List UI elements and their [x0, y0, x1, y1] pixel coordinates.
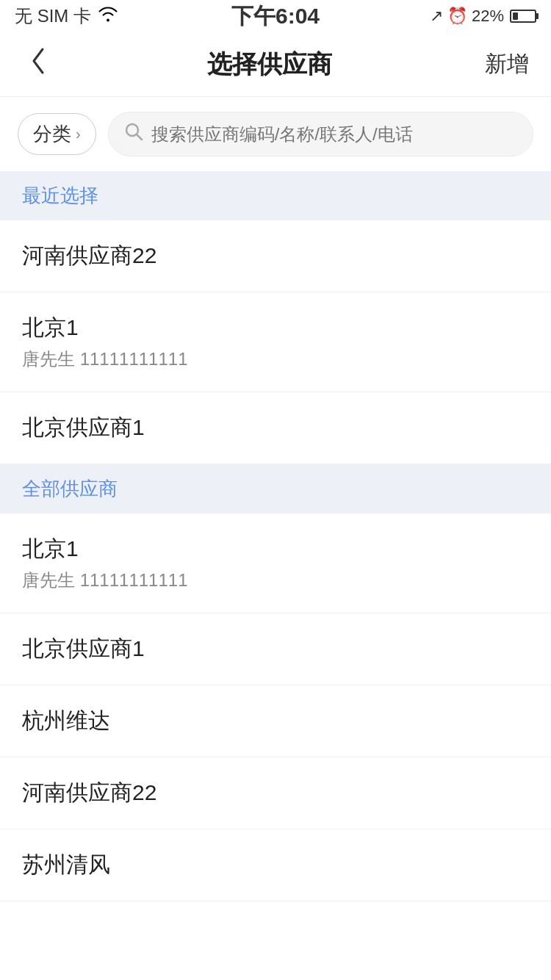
list-item[interactable]: 杭州维达 — [0, 685, 551, 757]
list-item[interactable]: 河南供应商22 — [0, 757, 551, 829]
alarm-icon: ⏰ — [447, 7, 467, 26]
status-time: 下午6:04 — [231, 1, 320, 32]
battery-label: 22% — [472, 7, 504, 26]
svg-point-0 — [126, 124, 138, 136]
filter-bar: 分类 › — [0, 97, 551, 171]
list-item[interactable]: 河南供应商22 — [0, 220, 551, 292]
wifi-icon — [97, 6, 119, 26]
add-button[interactable]: 新增 — [485, 49, 529, 79]
item-name: 河南供应商22 — [22, 778, 529, 808]
search-bar — [108, 112, 533, 156]
back-button[interactable] — [22, 39, 54, 90]
item-name: 杭州维达 — [22, 706, 529, 736]
item-name: 河南供应商22 — [22, 241, 529, 271]
item-sub: 唐先生 11111111111 — [22, 569, 529, 592]
item-name: 北京供应商1 — [22, 413, 529, 443]
search-icon — [123, 121, 144, 147]
list-item[interactable]: 北京1唐先生 11111111111 — [0, 514, 551, 613]
recent-section-header: 最近选择 — [0, 171, 551, 220]
recent-list: 河南供应商22北京1唐先生 11111111111北京供应商1 — [0, 220, 551, 464]
no-sim-label: 无 SIM 卡 — [15, 4, 91, 28]
chevron-right-icon: › — [76, 126, 81, 143]
list-item[interactable]: 苏州清风 — [0, 829, 551, 901]
status-right: ↗ ⏰ 22% — [430, 7, 536, 26]
category-button[interactable]: 分类 › — [18, 113, 96, 155]
all-section-header: 全部供应商 — [0, 464, 551, 514]
nav-bar: 选择供应商 新增 — [0, 32, 551, 97]
search-input[interactable] — [151, 124, 518, 145]
item-name: 北京1 — [22, 534, 529, 564]
svg-line-1 — [137, 135, 142, 140]
location-icon: ↗ — [430, 7, 443, 26]
item-name: 北京供应商1 — [22, 634, 529, 664]
list-item[interactable]: 北京供应商1 — [0, 613, 551, 685]
page-title: 选择供应商 — [207, 48, 332, 82]
item-sub: 唐先生 11111111111 — [22, 347, 529, 371]
battery-icon — [510, 10, 536, 23]
status-left: 无 SIM 卡 — [15, 4, 119, 28]
status-bar: 无 SIM 卡 下午6:04 ↗ ⏰ 22% — [0, 0, 551, 32]
item-name: 北京1 — [22, 313, 529, 343]
list-item[interactable]: 北京供应商1 — [0, 392, 551, 464]
item-name: 苏州清风 — [22, 850, 529, 880]
list-item[interactable]: 北京1唐先生 11111111111 — [0, 292, 551, 392]
all-list: 北京1唐先生 11111111111北京供应商1杭州维达河南供应商22苏州清风 — [0, 514, 551, 901]
recent-section-title: 最近选择 — [22, 184, 98, 206]
all-section-title: 全部供应商 — [22, 478, 118, 500]
category-label: 分类 — [33, 121, 71, 147]
